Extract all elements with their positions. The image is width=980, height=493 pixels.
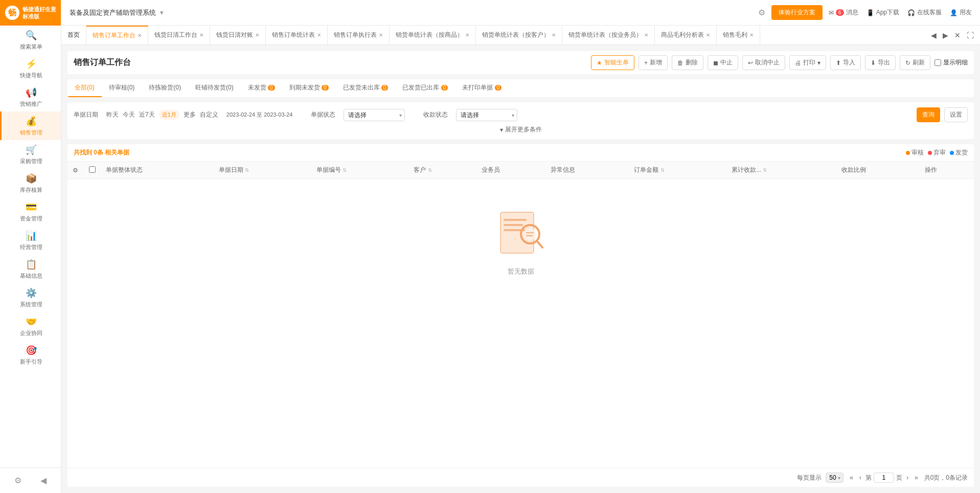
tab-sales-staff[interactable]: 销货单统计表（按业务员） ✕ bbox=[562, 26, 655, 45]
sidebar-item-purchase[interactable]: 🛒 采购管理 bbox=[0, 140, 61, 169]
date-option-1month[interactable]: 近1月 bbox=[159, 110, 179, 120]
sidebar-item-marketing[interactable]: 📢 营销推广 bbox=[0, 83, 61, 111]
dropdown-icon[interactable]: ▾ bbox=[160, 9, 164, 16]
app-download-btn[interactable]: 📱 App下载 bbox=[867, 8, 899, 17]
sidebar-item-operation[interactable]: 📊 经营管理 bbox=[0, 226, 61, 255]
tab-sales-more[interactable]: 销售毛利 ✕ bbox=[717, 26, 760, 45]
online-service-btn[interactable]: 🎧 在线客服 bbox=[907, 8, 942, 17]
sub-tab-wangpu[interactable]: 旺铺待发货(0) bbox=[188, 79, 241, 97]
col-staff[interactable]: 业务员 bbox=[476, 162, 545, 179]
audit-op-btn[interactable]: 审核 bbox=[906, 148, 924, 157]
tab-sales-exec-close[interactable]: ✕ bbox=[379, 32, 383, 38]
settings-icon[interactable]: ⚙ bbox=[14, 476, 21, 485]
col-customer[interactable]: 客户 ⇅ bbox=[408, 162, 476, 179]
tab-sales-stat[interactable]: 销售订单统计表 ✕ bbox=[266, 26, 328, 45]
date-option-more[interactable]: 更多 bbox=[184, 110, 196, 119]
user-area[interactable]: 👤 用友 bbox=[950, 8, 972, 17]
settings-gear-icon[interactable]: ⚙ bbox=[758, 8, 765, 17]
sub-tab-expired[interactable]: 到期未发货 0 bbox=[282, 79, 336, 97]
query-btn[interactable]: 查询 bbox=[917, 107, 940, 122]
column-settings-icon[interactable]: ⚙ bbox=[73, 167, 78, 174]
collapse-icon[interactable]: ◀ bbox=[40, 476, 47, 485]
payment-select[interactable]: 请选择 bbox=[456, 109, 517, 121]
sidebar-item-guide[interactable]: 🎯 新手引导 bbox=[0, 341, 61, 369]
tab-product-margin[interactable]: 商品毛利分析表 ✕ bbox=[655, 26, 717, 45]
page-number-input[interactable] bbox=[874, 473, 894, 483]
tab-cash-daily[interactable]: 钱货日清工作台 ✕ bbox=[148, 26, 210, 45]
tab-sales-prod[interactable]: 销货单统计表（按商品） ✕ bbox=[390, 26, 476, 45]
message-btn[interactable]: ✉ 6 消息 bbox=[829, 8, 858, 17]
date-option-yesterday[interactable]: 昨天 bbox=[106, 110, 119, 119]
col-no[interactable]: 单据编号 ⇅ bbox=[311, 162, 409, 179]
prev-page-btn[interactable]: ‹ bbox=[857, 473, 863, 482]
first-page-btn[interactable]: « bbox=[848, 473, 855, 482]
sidebar-item-search[interactable]: 🔍 搜索菜单 bbox=[0, 26, 61, 54]
tab-sales-order-close[interactable]: ✕ bbox=[138, 33, 142, 38]
sidebar-item-finance[interactable]: 💳 资金管理 bbox=[0, 197, 61, 226]
smart-create-btn[interactable]: ★ 智能生单 bbox=[591, 55, 634, 70]
tab-sales-stat-close[interactable]: ✕ bbox=[317, 32, 321, 38]
collected-sort-icon: ⇅ bbox=[763, 167, 767, 173]
sub-tab-shipped-out[interactable]: 已发货已出库 0 bbox=[395, 79, 455, 97]
sidebar-item-basic-info[interactable]: 📋 基础信息 bbox=[0, 255, 61, 283]
sidebar-item-inventory[interactable]: 📦 库存核算 bbox=[0, 169, 61, 197]
ship-op-btn[interactable]: 发货 bbox=[950, 148, 968, 157]
date-option-7days[interactable]: 近7天 bbox=[139, 110, 155, 119]
sub-tab-not-shipped[interactable]: 未发货 0 bbox=[241, 79, 282, 97]
cancel-stop-btn[interactable]: ↩ 取消中止 bbox=[742, 55, 785, 70]
date-option-today[interactable]: 今天 bbox=[123, 110, 135, 119]
sub-tab-not-printed[interactable]: 未打印单据 0 bbox=[455, 79, 509, 97]
col-customer-label: 客户 bbox=[414, 166, 426, 173]
show-detail-checkbox[interactable]: 显示明细 bbox=[935, 58, 968, 67]
tab-close-all-btn[interactable]: ✕ bbox=[952, 30, 963, 40]
sidebar-item-sales[interactable]: 💰 销售管理 bbox=[0, 111, 61, 140]
settings-filter-btn[interactable]: 设置 bbox=[944, 107, 968, 122]
stop-btn[interactable]: ◼ 中止 bbox=[708, 55, 738, 70]
tab-home[interactable]: 首页 bbox=[61, 26, 86, 45]
import-label: 导入 bbox=[843, 58, 855, 67]
tab-sales-prod-close[interactable]: ✕ bbox=[465, 32, 469, 38]
tab-sales-more-close[interactable]: ✕ bbox=[749, 32, 754, 38]
expand-conditions-btn[interactable]: ▾ 展开更多条件 bbox=[500, 125, 542, 134]
tab-cash-reconcile-close[interactable]: ✕ bbox=[255, 32, 259, 38]
date-option-custom[interactable]: 自定义 bbox=[200, 110, 218, 119]
sub-tab-pending-review[interactable]: 待审核(0) bbox=[102, 79, 142, 97]
tab-fullscreen-btn[interactable]: ⛶ bbox=[965, 30, 976, 40]
print-btn[interactable]: 🖨 打印 ▾ bbox=[789, 55, 826, 70]
col-collected[interactable]: 累计收款... ⇅ bbox=[726, 162, 836, 179]
show-detail-input[interactable] bbox=[935, 59, 941, 66]
page-size-select[interactable]: 20 50 100 bbox=[826, 473, 844, 483]
tab-cash-reconcile[interactable]: 钱货日清对账 ✕ bbox=[210, 26, 266, 45]
tab-product-margin-close[interactable]: ✕ bbox=[706, 32, 710, 38]
select-all-checkbox[interactable] bbox=[89, 166, 96, 173]
sidebar-item-enterprise[interactable]: 🤝 企业协同 bbox=[0, 312, 61, 341]
sub-tab-pending-check[interactable]: 待拣验货(0) bbox=[142, 79, 188, 97]
next-page-btn[interactable]: › bbox=[904, 473, 910, 482]
refresh-btn[interactable]: ↻ 刷新 bbox=[900, 55, 930, 70]
status-select[interactable]: 请选择 bbox=[344, 109, 405, 121]
delete-btn[interactable]: 🗑 删除 bbox=[672, 55, 703, 70]
tab-next-btn[interactable]: ▶ bbox=[941, 30, 950, 40]
export-btn[interactable]: ⬇ 导出 bbox=[865, 55, 896, 70]
tab-sales-cust[interactable]: 销货单统计表（按客户） ✕ bbox=[476, 26, 562, 45]
sidebar-item-quick-nav[interactable]: ⚡ 快捷导航 bbox=[0, 54, 61, 83]
cancel-stop-icon: ↩ bbox=[748, 59, 753, 66]
print-label: 打印 bbox=[803, 58, 815, 67]
cancel-audit-op-btn[interactable]: 弃审 bbox=[928, 148, 946, 157]
tab-prev-btn[interactable]: ◀ bbox=[929, 30, 939, 40]
sub-tab-shipped-not-out[interactable]: 已发货未出库 0 bbox=[336, 79, 396, 97]
last-page-btn[interactable]: » bbox=[913, 473, 920, 482]
try-industry-btn[interactable]: 体验行业方案 bbox=[771, 5, 823, 20]
tab-cash-daily-close[interactable]: ✕ bbox=[199, 32, 203, 38]
tab-sales-order[interactable]: 销售订单工作台 ✕ bbox=[86, 26, 148, 45]
import-btn[interactable]: ⬆ 导入 bbox=[830, 55, 861, 70]
col-date[interactable]: 单据日期 ⇅ bbox=[214, 162, 311, 179]
tab-sales-exec[interactable]: 销售订单执行表 ✕ bbox=[328, 26, 390, 45]
tab-sales-cust-close[interactable]: ✕ bbox=[552, 32, 556, 38]
col-amount[interactable]: 订单金额 ⇅ bbox=[629, 162, 726, 179]
table-scroll[interactable]: ⚙ 单据整体状态 单据日期 ⇅ bbox=[67, 162, 974, 468]
new-btn[interactable]: + 新增 bbox=[639, 55, 668, 70]
sidebar-item-system[interactable]: ⚙️ 系统管理 bbox=[0, 283, 61, 312]
tab-sales-staff-close[interactable]: ✕ bbox=[644, 32, 648, 38]
sub-tab-all[interactable]: 全部(0) bbox=[67, 79, 102, 97]
